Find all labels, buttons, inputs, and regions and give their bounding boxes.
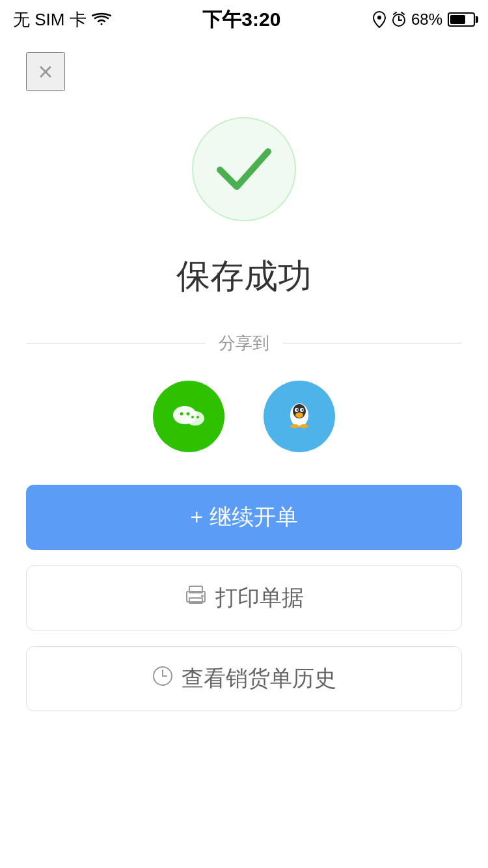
svg-point-19 bbox=[290, 424, 299, 428]
alarm-icon bbox=[392, 12, 406, 27]
qq-share-button[interactable] bbox=[264, 381, 335, 452]
divider-left bbox=[26, 343, 206, 344]
share-label: 分享到 bbox=[206, 332, 282, 355]
status-left: 无 SIM 卡 bbox=[13, 8, 111, 31]
wifi-icon bbox=[92, 12, 111, 27]
success-title: 保存成功 bbox=[176, 254, 312, 299]
print-label: 打印单据 bbox=[215, 583, 304, 613]
location-icon bbox=[372, 11, 386, 28]
continue-order-button[interactable]: + 继续开单 bbox=[26, 485, 462, 550]
battery-icon bbox=[448, 12, 475, 27]
svg-point-0 bbox=[377, 16, 381, 20]
svg-point-8 bbox=[180, 412, 183, 415]
svg-point-24 bbox=[201, 595, 204, 597]
svg-point-11 bbox=[197, 416, 199, 418]
svg-line-5 bbox=[401, 12, 404, 14]
print-icon bbox=[184, 585, 208, 611]
success-circle bbox=[192, 117, 296, 221]
qq-icon bbox=[278, 396, 321, 438]
wechat-share-button[interactable] bbox=[153, 381, 224, 452]
checkmark-icon bbox=[215, 145, 273, 194]
history-label: 查看销货单历史 bbox=[182, 664, 336, 694]
wechat-icon bbox=[168, 396, 210, 438]
svg-point-16 bbox=[296, 409, 298, 411]
status-time: 下午3:20 bbox=[202, 7, 280, 33]
status-right: 68% bbox=[372, 10, 475, 29]
battery-percent: 68% bbox=[411, 10, 442, 29]
svg-point-10 bbox=[191, 416, 194, 418]
svg-point-9 bbox=[186, 412, 189, 415]
svg-point-20 bbox=[299, 424, 308, 428]
svg-point-17 bbox=[301, 409, 303, 411]
status-bar: 无 SIM 卡 下午3:20 68% bbox=[0, 0, 488, 39]
svg-point-18 bbox=[295, 413, 303, 418]
share-icons bbox=[26, 381, 462, 452]
continue-order-label: + 继续开单 bbox=[190, 502, 297, 532]
main-content: × 保存成功 分享到 bbox=[0, 39, 488, 868]
print-button[interactable]: 打印单据 bbox=[26, 565, 462, 631]
history-button[interactable]: 查看销货单历史 bbox=[26, 646, 462, 711]
divider-right bbox=[282, 343, 462, 344]
svg-line-4 bbox=[394, 12, 396, 14]
share-section: 分享到 bbox=[26, 332, 462, 452]
history-icon bbox=[152, 665, 174, 692]
close-button[interactable]: × bbox=[26, 52, 65, 91]
close-icon: × bbox=[38, 59, 53, 85]
share-divider: 分享到 bbox=[26, 332, 462, 355]
carrier-text: 无 SIM 卡 bbox=[13, 8, 87, 31]
action-buttons: + 继续开单 打印单据 查看销 bbox=[26, 485, 462, 711]
